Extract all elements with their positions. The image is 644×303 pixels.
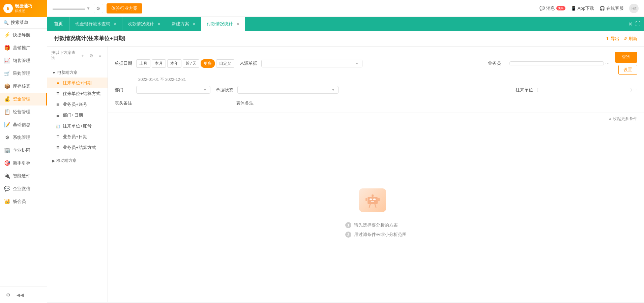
message-icon: 💬 bbox=[539, 6, 545, 11]
tab-new-scheme[interactable]: 新建方案 ✕ bbox=[166, 17, 201, 31]
tabbar: 首页 现金银行流水查询 ✕ 收款情况统计 ✕ 新建方案 ✕ 付款情况统计 ✕ ✕… bbox=[47, 17, 644, 31]
sidebar-item-guide[interactable]: 🎯 新手引导 bbox=[0, 157, 47, 170]
tab-receipt-stats[interactable]: 收款情况统计 ✕ bbox=[122, 17, 166, 31]
maximize-button[interactable]: ⛶ bbox=[635, 21, 641, 27]
source-doc-select[interactable]: ▼ bbox=[261, 60, 362, 67]
message-label: 消息 bbox=[546, 5, 555, 11]
doc-status-select[interactable]: ▼ bbox=[237, 86, 339, 94]
scheme-item-label: 业务员+账号 bbox=[63, 101, 87, 108]
body-note-field: 表体备注 bbox=[236, 99, 637, 107]
tip-num-1: 1 bbox=[345, 222, 351, 228]
sidebar-item-purchase[interactable]: 🛒 采购管理 bbox=[0, 67, 47, 80]
search-menu[interactable]: 🔍 搜索菜单 bbox=[0, 17, 47, 29]
purchase-icon: 🛒 bbox=[4, 70, 10, 77]
trial-button[interactable]: 体验行业方案 bbox=[107, 3, 142, 13]
salesman-field: 业务员 ··· bbox=[488, 60, 610, 66]
tab-payment-stats-label: 付款情况统计 bbox=[207, 21, 233, 27]
tab-bank-flow-close-icon[interactable]: ✕ bbox=[114, 22, 117, 26]
scheme-panel: 按以下方案查询 + ⚙ « ▼ bbox=[47, 47, 108, 302]
tab-payment-stats-close-icon[interactable]: ✕ bbox=[236, 22, 239, 26]
tab-bank-flow[interactable]: 现金银行流水查询 ✕ bbox=[70, 17, 122, 31]
enterprise-icon: 🏢 bbox=[4, 147, 10, 153]
scheme-item-unit-date[interactable]: ● 往来单位+日期 bbox=[47, 78, 108, 88]
scheme-item-dept-date[interactable]: ☰ 部门+日期 bbox=[47, 110, 108, 121]
sidebar-item-quick-nav[interactable]: ⚡ 快捷导航 bbox=[0, 29, 47, 41]
close-all-tabs-button[interactable]: ✕ bbox=[628, 21, 633, 27]
sidebar-item-label: 库存核算 bbox=[13, 83, 30, 89]
sidebar-collapse-button[interactable]: ◀◀ bbox=[16, 290, 25, 300]
dept-select[interactable]: ▼ bbox=[136, 86, 210, 94]
salesman-select[interactable] bbox=[509, 61, 604, 65]
sidebar-item-marketing[interactable]: 🎁 营销推广 bbox=[0, 41, 47, 54]
add-scheme-button[interactable]: + bbox=[79, 52, 86, 59]
sidebar-item-vip[interactable]: 👑 畅会员 bbox=[0, 195, 47, 208]
related-unit-select[interactable] bbox=[537, 88, 632, 92]
header-note-input[interactable] bbox=[136, 99, 231, 107]
empty-tip-2: 2 用过滤条件来缩小分析范围 bbox=[345, 232, 407, 238]
sidebar-item-wechat[interactable]: 💬 企业微信 bbox=[0, 182, 47, 195]
sidebar-item-capital[interactable]: 💰 资金管理 bbox=[0, 93, 47, 105]
topbar-settings-button[interactable]: ⚙ bbox=[94, 4, 103, 13]
body-note-input[interactable] bbox=[258, 99, 352, 107]
scheme-collapse-button[interactable]: « bbox=[97, 52, 104, 59]
doc-status-field: 单据状态 ▼ bbox=[216, 86, 510, 94]
scheme-item-salesman-account[interactable]: ☰ 业务员+账号 bbox=[47, 99, 108, 110]
scheme-settings-button[interactable]: ⚙ bbox=[88, 52, 95, 59]
scheme-item-salesman-date[interactable]: ☰ 业务员+日期 bbox=[47, 131, 108, 142]
tab-payment-stats[interactable]: 付款情况统计 ✕ bbox=[201, 17, 245, 31]
related-unit-more-button[interactable]: ··· bbox=[633, 87, 637, 93]
sidebar-nav: ⚡ 快捷导航 🎁 营销推广 📈 销售管理 🛒 采购管理 📦 库存核算 💰 资金管… bbox=[0, 29, 47, 286]
sidebar-item-hardware[interactable]: 🔌 智能硬件 bbox=[0, 170, 47, 182]
date-btn-more[interactable]: 更多 bbox=[201, 59, 215, 68]
operation-icon: 📋 bbox=[4, 109, 10, 115]
query-button[interactable]: 查询 bbox=[615, 52, 637, 63]
page-actions: ⬆ 导出 ↺ 刷新 bbox=[606, 36, 637, 42]
date-btn-last-month[interactable]: 上月 bbox=[136, 59, 150, 68]
avatar[interactable]: Rit bbox=[629, 4, 639, 13]
sidebar-item-system[interactable]: ⚙ 系统管理 bbox=[0, 131, 47, 144]
refresh-button[interactable]: ↺ 刷新 bbox=[623, 36, 637, 42]
scheme-item-label: 部门+日期 bbox=[63, 112, 83, 118]
filter-area: 单据日期 上月 本月 本年 近7天 更多 自定义 来源单据 bbox=[108, 47, 644, 302]
date-btn-this-month[interactable]: 本月 bbox=[152, 59, 166, 68]
date-label: 单据日期 bbox=[115, 60, 134, 66]
salesman-more-button[interactable]: ··· bbox=[605, 60, 610, 66]
tab-new-scheme-close-icon[interactable]: ✕ bbox=[193, 22, 196, 26]
settings-button[interactable]: 设置 bbox=[618, 65, 637, 75]
scheme-item-unit-account[interactable]: 📊 往来单位+账号 bbox=[47, 121, 108, 131]
collapse-conditions-button[interactable]: ∧ 收起更多条件 bbox=[108, 113, 644, 124]
sidebar-settings-button[interactable]: ⚙ bbox=[3, 290, 13, 300]
logo-text: 畅捷通巧 bbox=[15, 3, 32, 9]
scheme-item-label: 往来单位+账号 bbox=[63, 123, 92, 129]
tab-home[interactable]: 首页 bbox=[47, 17, 70, 31]
scheme-item-unit-settle[interactable]: ☰ 往来单位+结算方式 bbox=[47, 88, 108, 99]
sidebar-item-inventory[interactable]: 📦 库存核算 bbox=[0, 80, 47, 93]
scheme-item-salesman-settle[interactable]: ☰ 业务员+结算方式 bbox=[47, 142, 108, 153]
refresh-icon: ↺ bbox=[623, 36, 627, 41]
sidebar-item-enterprise[interactable]: 🏢 企业协同 bbox=[0, 144, 47, 157]
sidebar-item-label: 系统管理 bbox=[13, 134, 30, 141]
logo-icon: 6 bbox=[3, 4, 13, 13]
tip-text-1: 请先选择要分析的方案 bbox=[354, 222, 398, 228]
tab-receipt-stats-close-icon[interactable]: ✕ bbox=[157, 22, 160, 26]
scheme-table-icon: ☰ bbox=[55, 91, 61, 96]
header-note-label: 表头备注 bbox=[115, 100, 134, 106]
sidebar-item-operation[interactable]: 📋 经营管理 bbox=[0, 105, 47, 118]
mobile-scheme-group[interactable]: ▶ 移动端方案 bbox=[47, 156, 108, 165]
content-body: 按以下方案查询 + ⚙ « ▼ bbox=[47, 47, 644, 302]
empty-illustration bbox=[359, 188, 393, 215]
date-range-text: 2022-01-01 至 2022-12-31 bbox=[138, 77, 186, 82]
breadcrumb: ▬▬▬▬▬▬▬▬ ▼ bbox=[53, 6, 90, 11]
app-download-item[interactable]: 📱 App下载 bbox=[571, 5, 594, 11]
message-item[interactable]: 💬 消息 99+ bbox=[539, 5, 565, 11]
search-label: 搜索菜单 bbox=[11, 20, 28, 26]
online-support-item[interactable]: 🎧 在线客服 bbox=[599, 5, 624, 11]
sidebar-item-basic-info[interactable]: 📝 基础信息 bbox=[0, 118, 47, 131]
scheme-panel-header: 按以下方案查询 + ⚙ « bbox=[47, 47, 108, 65]
date-btn-7days[interactable]: 近7天 bbox=[183, 59, 199, 68]
date-btn-this-year[interactable]: 本年 bbox=[167, 59, 181, 68]
export-button[interactable]: ⬆ 导出 bbox=[606, 36, 619, 42]
gear-icon: ⚙ bbox=[96, 6, 100, 11]
sidebar-item-sales[interactable]: 📈 销售管理 bbox=[0, 54, 47, 67]
date-btn-custom[interactable]: 自定义 bbox=[216, 59, 234, 68]
